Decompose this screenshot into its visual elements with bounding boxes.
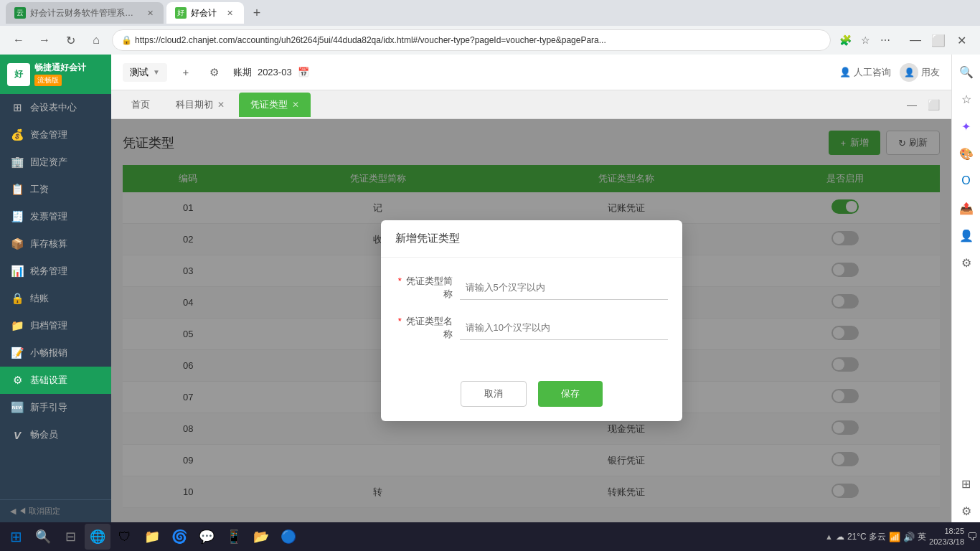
taskbar-windows-button[interactable]: ⊞ — [3, 524, 29, 550]
name-input[interactable] — [460, 316, 668, 340]
right-panel-more-tools[interactable]: ⚙ — [955, 251, 978, 274]
sidebar-item-archive[interactable]: 📁 归档管理 — [0, 312, 111, 339]
brand-name: 畅捷通好会计 — [34, 62, 86, 74]
favorites-button[interactable]: ☆ — [857, 32, 874, 49]
sidebar-item-inventory[interactable]: 📦 库存核算 — [0, 230, 111, 258]
sidebar-item-guide[interactable]: 🆕 新手引导 — [0, 394, 111, 421]
sidebar-item-invoice[interactable]: 🧾 发票管理 — [0, 203, 111, 230]
right-panel-color[interactable]: 🎨 — [955, 142, 978, 165]
taskbar-tray: ▲ ☁ 21°C 多云 📶 🔊 英 18:25 2023/3/18 🗨 — [825, 526, 977, 548]
taskbar-apps-icon[interactable]: 📱 — [221, 524, 247, 550]
close-window-button[interactable]: ✕ — [951, 30, 971, 50]
taskbar-edge2-icon[interactable]: 🔵 — [275, 524, 301, 550]
taskbar-wechat-icon[interactable]: 💬 — [194, 524, 220, 550]
forward-button[interactable]: → — [34, 30, 55, 50]
tab-subjects-close[interactable]: ✕ — [217, 100, 225, 110]
payroll-icon: 📋 — [10, 183, 24, 196]
tab-subjects[interactable]: 科目期初 ✕ — [164, 93, 236, 117]
back-button[interactable]: ← — [9, 30, 29, 50]
sidebar-item-payroll[interactable]: 📋 工资 — [0, 176, 111, 203]
right-panel-outlook[interactable]: O — [955, 169, 978, 192]
app-wrapper: 好 畅捷通好会计 流畅版 ⊞ 会设表中心 💰 资金管理 🏢 固定资产 — [0, 55, 980, 551]
sidebar-item-member[interactable]: V 畅会员 — [0, 421, 111, 448]
tab-home[interactable]: 首页 — [120, 93, 161, 117]
right-panel-grid[interactable]: ⊞ — [955, 472, 978, 495]
sidebar-item-settings[interactable]: ⚙ 基础设置 — [0, 367, 111, 394]
unpin-label: ◀ 取消固定 — [19, 506, 60, 517]
taskbar-search-button[interactable]: 🔍 — [30, 524, 56, 550]
sidebar-item-finance[interactable]: 💰 资金管理 — [0, 121, 111, 149]
modal-overlay: 新增凭证类型 * 凭证类型简称 — [111, 119, 951, 522]
tab-voucher-type-close[interactable]: ✕ — [292, 100, 299, 110]
settings-browser-button[interactable]: ⋯ — [877, 32, 894, 49]
unpin-icon: ◀ — [10, 507, 16, 516]
workspace-selector[interactable]: 测试 ▼ — [123, 63, 167, 82]
tab1-title: 好会计云财务软件管理系统_会计 — [30, 7, 138, 19]
sidebar: 好 畅捷通好会计 流畅版 ⊞ 会设表中心 💰 资金管理 🏢 固定资产 — [0, 55, 111, 522]
tab-minimize-button[interactable]: — — [903, 95, 921, 114]
sidebar-item-tax[interactable]: 📊 税务管理 — [0, 258, 111, 285]
add-workspace-button[interactable]: + — [176, 62, 196, 83]
right-panel-gear[interactable]: ⚙ — [955, 499, 978, 522]
minimize-button[interactable]: — — [905, 30, 925, 50]
right-panel-search[interactable]: 🔍 — [955, 60, 978, 83]
sidebar-item-label-guide: 新手引导 — [30, 401, 67, 414]
chevron-down-icon: ▼ — [153, 68, 160, 76]
tab-voucher-type[interactable]: 凭证类型 ✕ — [239, 93, 311, 117]
home-button[interactable]: ⌂ — [86, 30, 106, 50]
tax-icon: 📊 — [10, 265, 24, 278]
right-panel-ai[interactable]: ✦ — [955, 115, 978, 138]
brand-area: 好 畅捷通好会计 流畅版 — [0, 55, 111, 94]
period-value: 2023-03 — [258, 67, 292, 77]
browser-tab-2[interactable]: 好 好会计 ✕ — [166, 2, 244, 24]
workspace-settings-button[interactable]: ⚙ — [204, 62, 225, 83]
clock-time: 18:25 — [929, 526, 964, 537]
expense-icon: 📝 — [10, 347, 24, 359]
taskbar-notification[interactable]: 🗨 — [967, 531, 977, 542]
workspace-name: 测试 — [130, 66, 149, 79]
tab1-close[interactable]: ✕ — [145, 7, 155, 19]
tab2-title: 好会计 — [191, 7, 217, 19]
user-name: 用友 — [921, 66, 940, 79]
abbr-input[interactable] — [460, 276, 668, 300]
taskbar-shield-icon[interactable]: 🛡 — [112, 524, 138, 550]
brand-icon: 好 — [7, 63, 30, 86]
taskbar-file-icon[interactable]: 📂 — [248, 524, 274, 550]
browser-tab-1[interactable]: 云 好会计云财务软件管理系统_会计 ✕ — [6, 2, 164, 24]
save-button[interactable]: 保存 — [538, 381, 603, 407]
invoice-icon: 🧾 — [10, 210, 24, 223]
tab-controls: — ⬜ — [903, 95, 943, 114]
tab-maximize-button[interactable]: ⬜ — [924, 95, 943, 114]
sidebar-item-dashboard[interactable]: ⊞ 会设表中心 — [0, 94, 111, 121]
right-panel-share[interactable]: 📤 — [955, 197, 978, 220]
sidebar-item-label-inventory: 库存核算 — [30, 237, 67, 250]
user-button[interactable]: 👤 用友 — [900, 63, 940, 82]
right-panel-star[interactable]: ☆ — [955, 88, 978, 110]
new-tab-button[interactable]: + — [247, 3, 267, 23]
extensions-button[interactable]: 🧩 — [837, 32, 854, 49]
taskbar-folder-icon[interactable]: 📁 — [139, 524, 165, 550]
tab-bar: 云 好会计云财务软件管理系统_会计 ✕ 好 好会计 ✕ + — [0, 0, 980, 26]
taskbar-chevron[interactable]: ▲ — [825, 532, 833, 541]
tab-home-label: 首页 — [131, 98, 150, 111]
cancel-button[interactable]: 取消 — [461, 381, 527, 407]
address-bar: ← → ↻ ⌂ 🔒 https://cloud2.chanjet.com/acc… — [0, 26, 980, 55]
sidebar-unpin[interactable]: ◀ ◀ 取消固定 — [0, 499, 111, 522]
tab2-close[interactable]: ✕ — [224, 7, 235, 19]
url-bar[interactable]: 🔒 https://cloud2.chanjet.com/accounting/… — [112, 29, 831, 51]
add-voucher-type-modal: 新增凭证类型 * 凭证类型简称 — [381, 220, 682, 421]
sidebar-item-assets[interactable]: 🏢 固定资产 — [0, 149, 111, 176]
sidebar-item-label-finance: 资金管理 — [30, 128, 67, 141]
taskbar-browser-icon[interactable]: 🌐 — [85, 524, 110, 550]
refresh-button[interactable]: ↻ — [60, 30, 80, 50]
sidebar-item-label-member: 畅会员 — [30, 428, 58, 441]
sidebar-item-label-invoice: 发票管理 — [30, 210, 67, 223]
maximize-button[interactable]: ⬜ — [928, 30, 948, 50]
right-panel-add-person[interactable]: 👤 — [955, 224, 978, 247]
sidebar-item-expense[interactable]: 📝 小畅报销 — [0, 339, 111, 367]
support-button[interactable]: 👤 人工咨询 — [839, 66, 891, 79]
taskbar-edge-icon[interactable]: 🌀 — [166, 524, 192, 550]
taskbar-taskview-button[interactable]: ⊟ — [57, 524, 83, 550]
sidebar-item-label-close: 结账 — [30, 292, 49, 305]
sidebar-item-close[interactable]: 🔒 结账 — [0, 285, 111, 312]
